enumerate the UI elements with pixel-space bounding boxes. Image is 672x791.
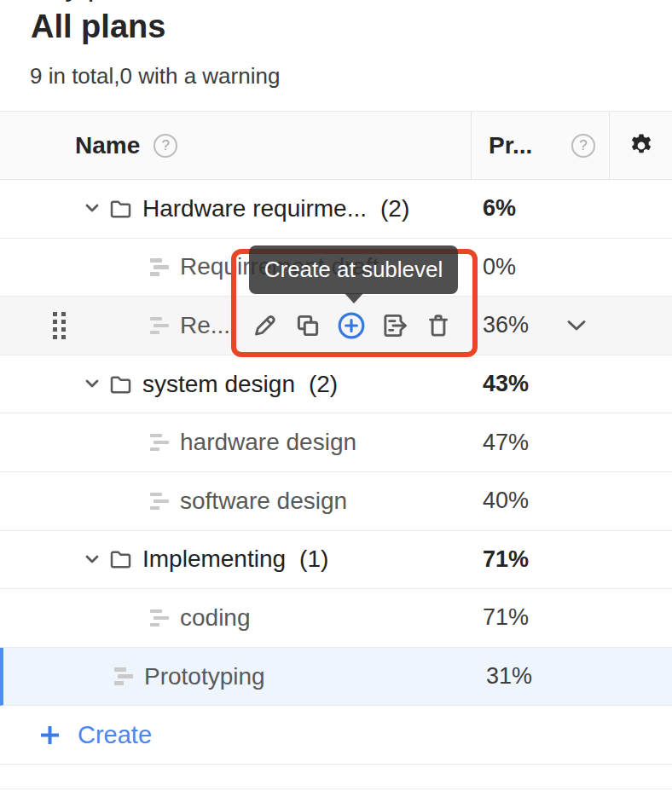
row-name-cell: Prototyping — [3, 663, 474, 690]
tooltip-text: Create at sublevel — [264, 257, 443, 283]
task-icon — [150, 493, 165, 511]
row-label: hardware design — [180, 429, 356, 456]
progress-value: 40% — [483, 488, 529, 514]
table-row[interactable]: software design 40% — [0, 472, 672, 531]
tooltip-arrow — [345, 293, 363, 303]
row-label: software design — [180, 488, 347, 515]
column-header-name-label: Name — [75, 132, 140, 159]
row-count: (1) — [299, 546, 328, 573]
row-name-cell: coding — [0, 604, 471, 632]
export-icon[interactable] — [380, 311, 409, 340]
table-row[interactable]: hardware design 47% — [0, 413, 672, 472]
table-row[interactable]: Implementing (1) 71% — [0, 531, 672, 590]
delete-icon[interactable] — [424, 311, 453, 340]
divider — [0, 788, 672, 789]
folder-icon — [109, 199, 132, 219]
chevron-down-icon[interactable] — [85, 204, 99, 213]
task-icon — [150, 317, 165, 335]
row-progress-cell: 40% — [471, 472, 609, 530]
row-progress-cell: 6% — [471, 180, 609, 238]
row-progress-cell: 36% — [471, 297, 609, 355]
column-header-progress: Pr... ? — [471, 112, 609, 179]
table-row[interactable]: Prototyping 31% — [0, 648, 672, 707]
task-icon — [114, 667, 130, 685]
progress-value: 36% — [483, 312, 529, 338]
duplicate-icon[interactable] — [293, 311, 322, 340]
progress-value: 71% — [483, 546, 529, 573]
edit-icon[interactable] — [250, 311, 279, 340]
progress-value: 0% — [483, 254, 516, 280]
task-icon — [150, 258, 165, 276]
row-name-cell: hardware design — [0, 429, 471, 456]
folder-icon — [109, 374, 132, 395]
task-icon — [150, 609, 165, 627]
page-summary: 9 in total,0 with a warning — [30, 63, 280, 89]
folder-icon — [109, 549, 132, 569]
row-label: Re... — [180, 312, 230, 339]
column-header-progress-label: Pr... — [489, 132, 532, 159]
row-count: (2) — [309, 371, 338, 398]
chevron-down-icon[interactable] — [566, 320, 587, 332]
page-title: All plans — [31, 9, 165, 45]
table-row[interactable]: Hardware requirme... (2) 6% — [0, 180, 672, 239]
row-label: coding — [180, 604, 251, 632]
row-progress-cell: 31% — [474, 648, 612, 706]
table-row[interactable]: coding 71% — [0, 589, 672, 648]
row-name-cell: Implementing (1) — [0, 546, 471, 573]
help-icon[interactable]: ? — [154, 134, 177, 158]
progress-value: 31% — [486, 663, 532, 690]
row-name-cell: Re... — [0, 312, 471, 339]
row-label: Hardware requirme... — [142, 195, 367, 222]
row-label: Implementing — [142, 546, 286, 573]
cropped-top-text: My plans — [41, 0, 297, 5]
chevron-down-icon[interactable] — [85, 379, 99, 389]
create-button[interactable]: Create — [0, 706, 672, 765]
create-button-label: Create — [78, 721, 152, 749]
column-header-name: Name ? — [0, 112, 471, 179]
progress-value: 43% — [483, 371, 529, 397]
row-name-cell: software design — [0, 488, 471, 515]
help-icon[interactable]: ? — [571, 134, 595, 158]
table-row[interactable]: Re... 36% — [0, 297, 672, 355]
column-header-settings — [609, 112, 672, 179]
row-name-cell: system design (2) — [0, 371, 471, 398]
task-icon — [150, 434, 165, 452]
row-progress-cell: 71% — [471, 531, 609, 589]
table-header: Name ? Pr... ? — [0, 111, 672, 180]
row-progress-cell: 71% — [471, 589, 609, 647]
row-count: (2) — [380, 195, 409, 222]
row-label: Prototyping — [144, 663, 265, 690]
row-label: system design — [142, 371, 295, 398]
gear-icon[interactable] — [628, 132, 655, 159]
row-name-cell: Hardware requirme... (2) — [0, 195, 471, 222]
row-actions-toolbar — [250, 311, 453, 340]
progress-value: 6% — [483, 195, 516, 222]
progress-value: 47% — [483, 430, 529, 456]
row-progress-cell: 47% — [471, 413, 609, 471]
tooltip: Create at sublevel — [249, 245, 458, 294]
chevron-down-icon[interactable] — [85, 555, 99, 564]
row-progress-cell: 0% — [471, 239, 609, 297]
create-at-sublevel-icon[interactable] — [337, 311, 366, 340]
progress-value: 71% — [483, 604, 529, 631]
drag-handle-icon[interactable] — [53, 312, 66, 339]
row-progress-cell: 43% — [471, 355, 609, 413]
table-row[interactable]: system design (2) 43% — [0, 355, 672, 414]
plus-icon — [39, 725, 61, 746]
